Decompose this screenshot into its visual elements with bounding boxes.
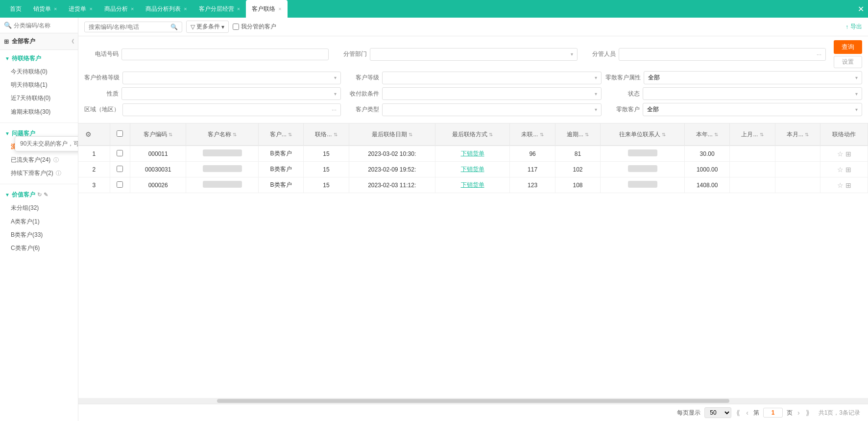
tab-home[interactable]: 首页 [4, 0, 27, 18]
last-method-link[interactable]: 下销货单 [461, 150, 484, 157]
edit-icon[interactable]: ✎ [44, 192, 48, 198]
sidebar-search-input[interactable] [14, 22, 74, 29]
last-method-link[interactable]: 下销货单 [461, 166, 484, 173]
td-check[interactable] [110, 177, 130, 193]
region-select[interactable]: ··· [122, 103, 341, 116]
phone-input[interactable] [121, 49, 329, 60]
last-method-sort-icon[interactable]: ⇅ [489, 132, 493, 137]
sidebar-item-churned[interactable]: 已流失客户(24) ⓘ [0, 153, 78, 167]
nav-first-btn[interactable]: ⟪ [735, 409, 741, 417]
type-sort-icon[interactable]: ⇅ [288, 132, 292, 137]
contact-icon-btn[interactable]: ☆ [837, 150, 844, 158]
nature-select[interactable]: ▾ [121, 87, 341, 100]
filter-search-box[interactable]: 🔍 [84, 22, 182, 32]
td-last-method[interactable]: 下销货单 [435, 146, 510, 162]
tab-purchase-close[interactable]: × [89, 6, 92, 12]
sidebar-item-ungrouped[interactable]: 未分组(32) [0, 201, 78, 215]
tab-customer-contact[interactable]: 客户联络 × [246, 0, 287, 18]
export-btn[interactable]: ↑ 导出 [845, 23, 862, 31]
more-action-btn[interactable]: ⊞ [845, 181, 851, 189]
retail-attr-select[interactable]: 全部 ▾ [644, 71, 862, 84]
sidebar-item-overdue[interactable]: 逾期未联络(30) [0, 105, 78, 119]
settings-btn[interactable]: 设置 [834, 56, 862, 68]
td-last-method[interactable]: 下销货单 [435, 177, 510, 193]
sidebar-root-header[interactable]: ⊞ 全部客户 《 [0, 33, 78, 50]
this-month-sort-icon[interactable]: ⇅ [805, 132, 809, 137]
collapse-icon[interactable]: 《 [69, 38, 74, 45]
more-action-btn[interactable]: ⊞ [845, 166, 851, 173]
sidebar-item-c-class[interactable]: C类客户(6) [0, 242, 78, 255]
page-input[interactable] [763, 408, 783, 418]
name-sort-icon[interactable]: ⇅ [233, 132, 237, 137]
td-last-method[interactable]: 下销货单 [435, 162, 510, 177]
sidebar-item-week[interactable]: 近7天待联络(0) [0, 92, 78, 105]
retail-select[interactable]: 全部 ▾ [643, 103, 862, 116]
close-window-btn[interactable]: ✕ [858, 4, 864, 14]
row-checkbox[interactable] [117, 166, 123, 172]
select-all-checkbox[interactable] [117, 130, 123, 137]
tab-analysis-list[interactable]: 商品分析列表 × [140, 0, 193, 18]
overdue-sort-icon[interactable]: ⇅ [585, 132, 589, 137]
filter-search-icon[interactable]: 🔍 [170, 24, 178, 30]
row-checkbox[interactable] [117, 181, 123, 188]
tab-customer-tier-close[interactable]: × [237, 6, 240, 12]
churn-label: 问题客户 [12, 129, 35, 138]
tab-analysis-close[interactable]: × [131, 6, 134, 12]
sidebar-item-today[interactable]: 今天待联络(0) [0, 65, 78, 78]
horizontal-scrollbar[interactable] [78, 398, 868, 404]
person-dots[interactable]: ··· [817, 51, 821, 58]
sidebar-item-churn-risk[interactable]: 流失预警客户(3) ⚠ [0, 140, 78, 153]
td-check[interactable] [110, 162, 130, 177]
price-select[interactable]: ▾ [122, 72, 341, 84]
region-dots[interactable]: ··· [332, 106, 337, 113]
tab-sales[interactable]: 销货单 × [27, 0, 63, 18]
tab-purchase[interactable]: 进货单 × [63, 0, 98, 18]
my-customers-checkbox[interactable] [233, 24, 239, 30]
more-conditions-btn[interactable]: ▽ 更多条件 ▾ [186, 21, 229, 33]
query-btn[interactable]: 查询 [834, 40, 862, 54]
contact-icon-btn[interactable]: ☆ [837, 181, 844, 189]
th-uncontacted-label: 未联... [521, 131, 538, 138]
uncontacted-sort-icon[interactable]: ⇅ [540, 132, 544, 137]
tab-analysis[interactable]: 商品分析 × [98, 0, 140, 18]
nav-last-btn[interactable]: ⟫ [805, 409, 811, 417]
sidebar-search-bar[interactable]: 🔍 [0, 18, 78, 33]
last-month-sort-icon[interactable]: ⇅ [760, 132, 764, 137]
sidebar-group-pending-title[interactable]: ▼ 待联络客户 [0, 52, 78, 65]
filter-search-input[interactable] [89, 24, 169, 30]
nav-prev-btn[interactable]: ‹ [745, 409, 749, 417]
tab-customer-contact-close[interactable]: × [278, 6, 281, 12]
td-check[interactable] [110, 146, 130, 162]
more-action-btn[interactable]: ⊞ [845, 150, 851, 158]
column-settings-btn[interactable]: ⚙ [81, 127, 95, 141]
contact-sort-icon[interactable]: ⇅ [334, 132, 338, 137]
status-select[interactable]: ▾ [643, 87, 862, 100]
sidebar-group-churn-title[interactable]: ▼ 问题客户 [0, 127, 78, 140]
sidebar-item-a-class[interactable]: A类客户(1) [0, 215, 78, 228]
this-year-sort-icon[interactable]: ⇅ [714, 132, 718, 137]
sidebar-item-tomorrow[interactable]: 明天待联络(1) [0, 78, 78, 92]
payment-select[interactable]: ▾ [382, 87, 602, 100]
sidebar-item-declining[interactable]: 持续下滑客户(2) ⓘ [0, 167, 78, 180]
person-select[interactable]: ··· [619, 48, 826, 61]
code-sort-icon[interactable]: ⇅ [169, 132, 172, 137]
level-select[interactable]: ▾ [382, 72, 602, 84]
adv-filter-nature-cell: 性质 ▾ [84, 87, 341, 100]
tab-analysis-list-close[interactable]: × [184, 6, 187, 12]
my-customers-checkbox-row[interactable]: 我分管的客户 [233, 23, 276, 31]
per-page-select[interactable]: 50 100 200 [704, 407, 731, 418]
sidebar-item-b-class[interactable]: B类客户(33) [0, 228, 78, 242]
scrollbar-thumb[interactable] [217, 399, 729, 403]
tab-sales-close[interactable]: × [54, 6, 57, 12]
nav-next-btn[interactable]: › [796, 409, 801, 417]
last-date-sort-icon[interactable]: ⇅ [409, 132, 412, 137]
refresh-icon[interactable]: ↻ [37, 192, 42, 198]
ctype-select[interactable]: ▾ [382, 103, 602, 116]
unit-contact-sort-icon[interactable]: ⇅ [662, 132, 666, 137]
sidebar-group-value-title[interactable]: ▼ 价值客户 ↻ ✎ [0, 188, 78, 201]
last-method-link[interactable]: 下销货单 [461, 181, 484, 188]
tab-customer-tier[interactable]: 客户分层经营 × [193, 0, 246, 18]
dept-select[interactable]: ▾ [370, 48, 577, 61]
row-checkbox[interactable] [117, 150, 123, 156]
contact-icon-btn[interactable]: ☆ [837, 166, 844, 173]
